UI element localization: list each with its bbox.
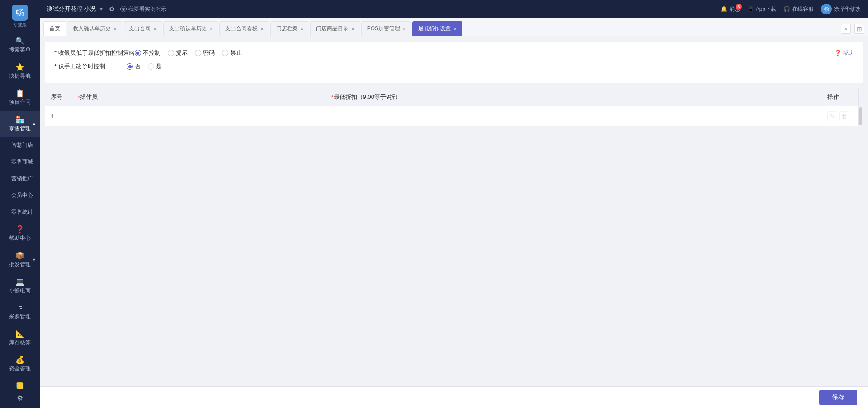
sidebar-item-retail[interactable]: 🏪 零售管理 ▲ — [0, 111, 40, 137]
demo-link[interactable]: ◉ 我要看实例演示 — [120, 5, 166, 13]
radio-hint[interactable]: 提示 — [168, 49, 188, 57]
scrollbar-row — [858, 106, 863, 126]
customer-service-button[interactable]: 🎧 在线客服 — [783, 5, 814, 13]
main-area: 测试分开花程-小况 ▼ ⚙ ◉ 我要看实例演示 🔔 消息 8 📱 App下载 🎧… — [40, 0, 868, 408]
sidebar-item-label: 搜索菜单 — [9, 46, 31, 54]
expand-tabs-button[interactable]: ⊞ — [854, 24, 864, 34]
avatar: 徐 — [821, 4, 832, 14]
col-discount-label: 最低折扣（9.00等于9折） — [334, 93, 401, 101]
tab-label: 门店商品目录 — [316, 25, 349, 33]
sidebar-item-label: 零售管理 — [9, 125, 31, 132]
sidebar-item-wholesale[interactable]: 📦 批发管理 ▼ — [0, 247, 40, 273]
tab-store-file[interactable]: 门店档案 × — [270, 21, 309, 36]
sidebar-item-capital[interactable]: 💰 资金管理 — [0, 351, 40, 377]
tab-min-discount[interactable]: 最低折扣设置 × — [412, 21, 462, 36]
sidebar-item-retail-stat[interactable]: 零售统计 — [0, 204, 40, 220]
sidebar-item-label: 小畅电商 — [9, 287, 31, 295]
sidebar-item-label: 零售统计 — [11, 208, 33, 216]
close-icon[interactable]: × — [301, 26, 303, 32]
close-icon[interactable]: × — [153, 26, 156, 32]
radio-forbid[interactable]: 禁止 — [222, 49, 242, 57]
cell-seq: 1 — [45, 106, 72, 126]
retail-icon: 🏪 — [15, 115, 24, 124]
close-icon[interactable]: × — [210, 26, 212, 32]
radio-none[interactable]: 不控制 — [135, 49, 160, 57]
sidebar-settings[interactable]: ⚙ — [17, 389, 23, 408]
chevron-down-icon: ▼ — [32, 258, 36, 262]
sidebar-item-label: 营销推广 — [11, 175, 33, 183]
close-icon[interactable]: × — [403, 26, 406, 32]
tab-income-confirm[interactable]: 收入确认单历史 × — [67, 21, 122, 36]
project-selector[interactable]: 测试分开花程-小况 ▼ — [47, 5, 104, 13]
edit-button[interactable]: ✎ — [827, 111, 837, 121]
inventory-icon: 📐 — [15, 329, 24, 338]
radio-circle-forbid — [222, 50, 228, 56]
box-icon: 📦 — [15, 251, 24, 260]
content-area: * 收银员低于最低折扣控制策略 不控制 提示 密码 — [40, 36, 868, 386]
sidebar-item-online-store[interactable]: 零售商城 — [0, 154, 40, 170]
tab-payment-confirm[interactable]: 支出确认单历史 × — [163, 21, 218, 36]
manual-label: * 仅手工改价时控制 — [54, 62, 127, 70]
sidebar-item-shortcut[interactable]: ⭐ 快捷导航 — [0, 58, 40, 84]
app-download-button[interactable]: 📱 App下载 — [747, 5, 776, 13]
project-name: 测试分开花程-小况 — [47, 5, 96, 13]
col-header-operator: * 操作员 — [72, 89, 326, 106]
close-icon[interactable]: × — [453, 26, 456, 32]
help-icon: ❓ — [15, 225, 24, 234]
tab-label: 首页 — [49, 25, 60, 33]
sidebar-item-label: 会员中心 — [11, 192, 33, 199]
sidebar-item-label: 库存核算 — [9, 339, 31, 347]
sidebar-item-search[interactable]: 🔍 搜索菜单 — [0, 32, 40, 58]
tab-payment-contract[interactable]: 支出合同 × — [123, 21, 162, 36]
tab-home[interactable]: 首页 — [43, 21, 66, 36]
close-icon[interactable]: × — [260, 26, 263, 32]
logo-icon: 畅 — [12, 5, 28, 21]
sidebar-item-account[interactable]: 📒 总账管理 — [0, 377, 40, 389]
tab-payment-board[interactable]: 支出合同看板 × — [219, 21, 269, 36]
sidebar-item-member[interactable]: 会员中心 — [0, 187, 40, 204]
message-badge: 8 — [736, 4, 742, 10]
topbar-right: 🔔 消息 8 📱 App下载 🎧 在线客服 徐 徐泽华修改 — [721, 4, 861, 14]
service-icon: 🎧 — [783, 6, 790, 12]
sidebar-item-help[interactable]: ❓ 帮助中心 — [0, 220, 40, 247]
tab-pos-password[interactable]: POS加密管理 × — [361, 21, 412, 36]
message-button[interactable]: 🔔 消息 8 — [721, 5, 740, 13]
download-icon: 📱 — [747, 6, 754, 12]
tab-store-products[interactable]: 门店商品目录 × — [310, 21, 360, 36]
help-link[interactable]: ❓ 帮助 — [835, 49, 854, 57]
sidebar-item-project[interactable]: 📋 项目合同 — [0, 84, 40, 111]
tabs-extra: × ⊞ — [841, 24, 864, 36]
topbar-settings-button[interactable]: ⚙ — [109, 5, 115, 13]
manual-radio-group: 否 是 — [127, 62, 162, 70]
radio-password[interactable]: 密码 — [195, 49, 215, 57]
radio-yes[interactable]: 是 — [148, 62, 162, 70]
star-icon: ⭐ — [15, 63, 24, 71]
tab-label: POS加密管理 — [367, 25, 400, 33]
topbar: 测试分开花程-小况 ▼ ⚙ ◉ 我要看实例演示 🔔 消息 8 📱 App下载 🎧… — [40, 0, 868, 18]
user-menu[interactable]: 徐 徐泽华修改 — [821, 4, 861, 14]
sidebar-item-inventory[interactable]: 📐 库存核算 — [0, 325, 40, 351]
sidebar-item-marketing[interactable]: 营销推广 — [0, 170, 40, 187]
sidebar-item-ecommerce[interactable]: 💻 小畅电商 — [0, 273, 40, 299]
radio-no[interactable]: 否 — [127, 62, 141, 70]
demo-circle-icon: ◉ — [120, 6, 127, 12]
radio-circle-none — [135, 50, 141, 56]
sidebar-item-label: 帮助中心 — [9, 234, 31, 242]
chevron-down-icon: ▲ — [32, 122, 36, 126]
sidebar-item-label: 采购管理 — [9, 313, 31, 320]
action-buttons: ✎ 🗑 — [827, 111, 849, 121]
delete-button[interactable]: 🗑 — [839, 111, 849, 121]
user-name: 徐泽华修改 — [834, 5, 861, 13]
close-icon[interactable]: × — [113, 26, 116, 32]
cell-discount — [326, 106, 822, 126]
sidebar-item-purchase[interactable]: 🛍 采购管理 — [0, 299, 40, 325]
close-icon[interactable]: × — [351, 26, 354, 32]
strategy-label: * 收银员低于最低折扣控制策略 — [54, 49, 135, 57]
book-icon: 📒 — [15, 382, 24, 389]
sidebar-item-smart-store[interactable]: 智慧门店 — [0, 137, 40, 154]
radio-label: 否 — [135, 62, 141, 70]
scrollbar-thumb[interactable] — [859, 107, 862, 125]
demo-text: 我要看实例演示 — [128, 5, 166, 13]
save-button[interactable]: 保存 — [819, 390, 857, 405]
close-tab-button[interactable]: × — [841, 24, 851, 34]
